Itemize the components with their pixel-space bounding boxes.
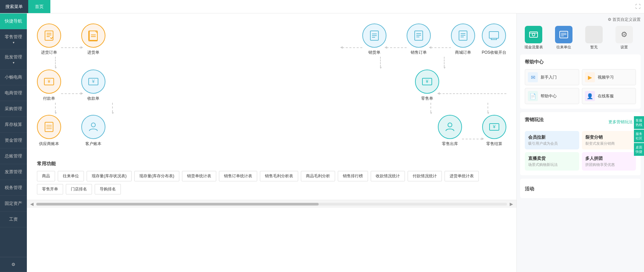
- payment-icon[interactable]: ¥: [37, 70, 61, 94]
- sidebar-item-funds-mgmt[interactable]: 资金管理: [0, 133, 27, 148]
- flow-col-payment: ¥ 付款单: [37, 70, 61, 101]
- help-item-help[interactable]: 📄 帮助中心: [525, 88, 579, 104]
- main-layout: 快捷导航 零售管理 ▾ 批发管理 ▾ 小畅电商 电商管理 采购管理 库存核算 资…: [0, 13, 644, 272]
- flow-col-purchase-bill: 进货单: [81, 24, 105, 55]
- settings-icon: ⚙: [11, 262, 15, 267]
- marketing-live[interactable]: 直播卖货 场景式购物新玩法: [525, 152, 579, 171]
- customer-account-label: 客户账本: [85, 141, 101, 147]
- expand-icon[interactable]: ⛶: [635, 3, 641, 10]
- sidebar-settings[interactable]: ⚙: [0, 257, 27, 272]
- marketing-group[interactable]: 多人拼团 拼团购物享受优惠: [582, 152, 636, 171]
- quick-icon-contacts[interactable]: 往来单位: [550, 26, 577, 50]
- customer-account-icon[interactable]: [81, 115, 105, 139]
- activities-title: 活动: [525, 183, 636, 193]
- more-marketing-link[interactable]: 更多营销玩法 >: [608, 119, 636, 125]
- arrow-icon: ▾: [13, 41, 14, 44]
- marketing-member[interactable]: 会员拉新 吸引用户成为会员: [525, 131, 579, 149]
- func-btn-sales-ranking[interactable]: 销售排行榜: [338, 171, 368, 181]
- func-btn-store-ranking[interactable]: 门店排名: [66, 184, 92, 194]
- beginner-label: 新手入门: [541, 75, 557, 80]
- help-icon: 📄: [528, 91, 538, 101]
- svg-point-37: [532, 33, 535, 36]
- sidebar-item-salary[interactable]: 工资: [0, 212, 27, 227]
- sidebar: 快捷导航 零售管理 ▾ 批发管理 ▾ 小畅电商 电商管理 采购管理 库存核算 资…: [0, 13, 27, 272]
- func-btn-payment-stats[interactable]: 付款情况统计: [408, 171, 442, 181]
- retail-outbound-icon[interactable]: [438, 115, 462, 139]
- func-btn-inventory-dist[interactable]: 现存量(库存分布表): [134, 171, 179, 181]
- svg-text:¥: ¥: [493, 124, 496, 129]
- retail-order-icon[interactable]: ¥: [415, 70, 439, 94]
- func-btn-guide-ranking[interactable]: 导购排名: [95, 184, 121, 194]
- mall-order-icon[interactable]: [451, 24, 475, 48]
- sales-bill-label: 销货单: [368, 50, 380, 55]
- func-btn-sales-stats[interactable]: 销货单统计表: [182, 171, 216, 181]
- float-customer-service[interactable]: 客服热线: [634, 116, 644, 129]
- settings-gear-icon: ⚙: [608, 17, 612, 22]
- func-btn-goods-margin[interactable]: 商品毛利分析: [301, 171, 335, 181]
- sidebar-item-quick-nav[interactable]: 快捷导航: [0, 13, 27, 29]
- sidebar-item-inventory[interactable]: 库存核算: [0, 117, 27, 133]
- func-btn-retail-order[interactable]: 零售开单: [37, 184, 63, 194]
- home-container: 进货订单 ▶ 进货单: [27, 13, 516, 272]
- sidebar-item-xiaochang-ecom[interactable]: 小畅电商: [0, 70, 27, 85]
- func-btn-sales-margin[interactable]: 销售毛利分析表: [260, 171, 298, 181]
- temp-icon-box: [585, 26, 603, 43]
- group-desc: 拼团购物享受优惠: [585, 162, 633, 167]
- func-btn-sales-order-stats[interactable]: 销售订单统计表: [219, 171, 257, 181]
- retail-settlement-icon[interactable]: ¥: [482, 115, 506, 139]
- flow-col-supplier-account: 供应商账本: [37, 115, 61, 147]
- member-desc: 吸引用户成为会员: [528, 141, 576, 146]
- tab-home[interactable]: 首页: [28, 0, 50, 13]
- quick-icon-settings[interactable]: ⚙ 设置: [611, 26, 638, 50]
- sidebar-item-wholesale-mgmt[interactable]: 批发管理 ▾: [0, 49, 27, 70]
- func-btn-receipt-stats[interactable]: 收款情况统计: [371, 171, 405, 181]
- pos-icon[interactable]: [482, 24, 506, 48]
- sidebar-item-general-ledger[interactable]: 总账管理: [0, 148, 27, 164]
- mall-order-label: 商城订单: [455, 50, 471, 55]
- sales-bill-icon[interactable]: [362, 24, 386, 48]
- sidebar-item-invoice-mgmt[interactable]: 发票管理: [0, 164, 27, 180]
- purchase-order-icon[interactable]: [37, 24, 61, 48]
- func-btn-purchase-stats[interactable]: 进货单统计表: [445, 171, 479, 181]
- sidebar-item-purchase-mgmt[interactable]: 采购管理: [0, 101, 27, 117]
- pos-label: POS收银开台: [482, 50, 506, 55]
- top-right: ⛶: [635, 3, 644, 10]
- float-community[interactable]: 服务社区: [634, 130, 644, 142]
- func-btn-goods[interactable]: 商品: [37, 171, 55, 181]
- member-title: 会员拉新: [528, 134, 576, 140]
- quick-icon-cash-flow[interactable]: 现金流量表: [520, 26, 547, 50]
- contacts-label: 往来单位: [556, 45, 571, 50]
- help-item-beginner[interactable]: ✉ 新手入门: [525, 69, 579, 85]
- sidebar-item-ecom-mgmt[interactable]: 电商管理: [0, 85, 27, 101]
- help-item-video[interactable]: ▶ 视频学习: [582, 69, 636, 85]
- sidebar-bottom: ⚙: [0, 257, 27, 272]
- scroll-left-arrow[interactable]: ◀: [30, 201, 34, 207]
- sidebar-item-retail-mgmt[interactable]: 零售管理 ▾: [0, 29, 27, 49]
- sales-order-label: 销售订单: [411, 50, 427, 55]
- scroll-right-arrow[interactable]: ▶: [510, 201, 513, 207]
- help-item-online-service[interactable]: 👤 在线客服: [582, 88, 636, 104]
- search-menu[interactable]: 搜索菜单: [0, 0, 28, 13]
- marketing-fission[interactable]: 裂变分销 裂变式发展分销商: [582, 131, 636, 149]
- help-grid: ✉ 新手入门 ▶ 视频学习 📄 帮助中心 👤 在线客服: [525, 69, 636, 104]
- receipt-icon[interactable]: ¥: [81, 70, 105, 94]
- scrollbar-area: ◀ ▶: [27, 200, 516, 208]
- help-center-title: 帮助中心: [525, 59, 636, 65]
- purchase-order-label: 进货订单: [41, 50, 57, 55]
- sidebar-item-fixed-assets[interactable]: 固定资产: [0, 196, 27, 212]
- quick-icon-temp[interactable]: 暂无: [581, 26, 607, 50]
- scroll-track[interactable]: [36, 203, 507, 206]
- retail-order-label: 零售单: [421, 96, 433, 101]
- func-btn-contacts[interactable]: 往来单位: [58, 171, 84, 181]
- sidebar-item-tax-mgmt[interactable]: 税务管理: [0, 180, 27, 196]
- supplier-account-icon[interactable]: [37, 115, 61, 139]
- supplier-account-label: 供应商账本: [39, 141, 59, 147]
- home-settings[interactable]: ⚙ 首页自定义设置: [520, 17, 641, 22]
- float-buttons: 客服热线 服务社区 桌面快捷: [634, 116, 644, 156]
- func-btn-inventory-status[interactable]: 现存量(库存状况表): [87, 171, 132, 181]
- flow-col-mall-order: 商城订单: [451, 24, 475, 55]
- main-panel: 进货订单 ▶ 进货单: [27, 13, 516, 272]
- float-desktop[interactable]: 桌面快捷: [634, 143, 644, 156]
- sales-order-icon[interactable]: [407, 24, 431, 48]
- purchase-bill-icon[interactable]: [81, 24, 105, 48]
